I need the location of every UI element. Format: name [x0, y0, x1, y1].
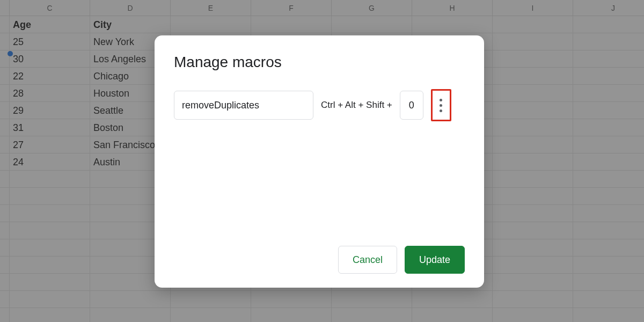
manage-macros-dialog: Manage macros Ctrl + Alt + Shift + Cance… [155, 35, 484, 288]
update-button[interactable]: Update [405, 246, 465, 274]
macro-name-input[interactable] [174, 91, 313, 120]
dialog-title: Manage macros [174, 54, 465, 71]
cancel-button[interactable]: Cancel [338, 246, 397, 274]
shortcut-key-input[interactable] [400, 91, 423, 120]
more-vertical-icon [440, 99, 442, 112]
shortcut-prefix-label: Ctrl + Alt + Shift + [321, 100, 392, 111]
dialog-footer: Cancel Update [174, 246, 465, 274]
macro-row: Ctrl + Alt + Shift + [174, 89, 465, 121]
macro-more-button[interactable] [431, 89, 451, 121]
